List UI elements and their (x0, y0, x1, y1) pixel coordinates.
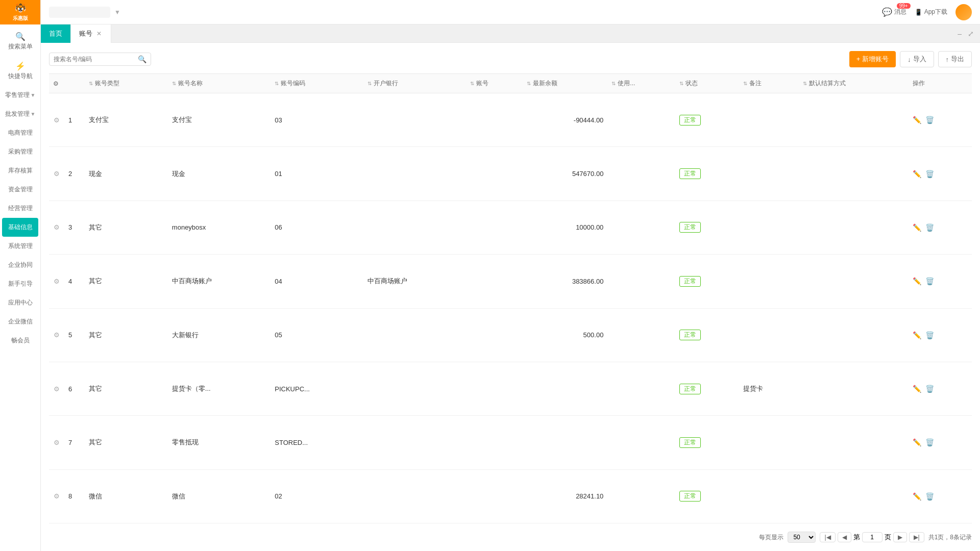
row-balance: 28241.10 (523, 469, 607, 523)
row-status: 正常 (675, 362, 739, 415)
edit-icon[interactable]: ✏️ (913, 331, 921, 339)
export-button[interactable]: ↑ 导出 (938, 51, 972, 67)
col-num (64, 74, 85, 93)
row-settings[interactable]: ⚙ (49, 416, 64, 469)
row-name: 大新银行 (168, 308, 271, 362)
notification-icon: 💬 (882, 7, 892, 17)
per-page-select[interactable]: 50 100 200 (788, 532, 816, 543)
page-input[interactable] (862, 532, 883, 542)
main-area: ▼ 💬 消息 99+ 📱 App下载 首页 账号 ✕ – ⤢ (41, 0, 980, 551)
sidebar-item-wechat[interactable]: 企业微信 (0, 312, 40, 331)
row-balance (523, 416, 607, 469)
sidebar-item-guide[interactable]: 新手引导 (0, 274, 40, 293)
top-search-input[interactable] (49, 7, 110, 18)
col-code[interactable]: ⇅账号编码 (271, 74, 363, 93)
row-settings[interactable]: ⚙ (49, 93, 64, 147)
col-action: 操作 (909, 74, 972, 93)
col-bank[interactable]: ⇅开户银行 (363, 74, 466, 93)
row-default-settle (799, 362, 908, 415)
phone-icon: 📱 (915, 9, 922, 16)
row-account (466, 362, 523, 415)
row-account (466, 93, 523, 147)
row-settings[interactable]: ⚙ (49, 147, 64, 201)
sidebar-item-guide-label: 新手引导 (8, 280, 33, 288)
sidebar-item-retail[interactable]: 零售管理 ▼ (0, 86, 40, 105)
sidebar-item-operations[interactable]: 经营管理 (0, 199, 40, 218)
export-icon: ↑ (946, 56, 949, 63)
edit-icon[interactable]: ✏️ (913, 438, 921, 446)
edit-icon[interactable]: ✏️ (913, 223, 921, 232)
row-default-settle (799, 416, 908, 469)
row-remark (739, 93, 799, 147)
top-header: ▼ 💬 消息 99+ 📱 App下载 (41, 0, 980, 24)
row-settings[interactable]: ⚙ (49, 255, 64, 308)
col-name[interactable]: ⇅账号名称 (168, 74, 271, 93)
col-type[interactable]: ⇅账号类型 (85, 74, 168, 93)
app-download-button[interactable]: 📱 App下载 (915, 8, 947, 16)
row-type: 支付宝 (85, 93, 168, 147)
row-settings[interactable]: ⚙ (49, 201, 64, 254)
col-default-settle[interactable]: ⇅默认结算方式 (799, 74, 908, 93)
sidebar-item-quicknav[interactable]: ⚡ 快捷导航 (0, 56, 40, 86)
sidebar-item-wholesale[interactable]: 批发管理 ▼ (0, 105, 40, 123)
sidebar-item-purchase[interactable]: 采购管理 (0, 142, 40, 161)
sidebar-item-capital[interactable]: 资金管理 (0, 180, 40, 199)
row-account (466, 255, 523, 308)
sidebar-item-search[interactable]: 🔍 搜索菜单 (0, 27, 40, 56)
row-type: 微信 (85, 469, 168, 523)
sidebar-item-system[interactable]: 系统管理 (0, 237, 40, 256)
add-account-button[interactable]: + 新增账号 (849, 51, 896, 67)
last-page-button[interactable]: ▶| (909, 532, 924, 542)
maximize-icon[interactable]: ⤢ (966, 28, 976, 40)
delete-icon[interactable]: 🗑️ (925, 331, 934, 339)
minimize-icon[interactable]: – (955, 28, 964, 40)
row-actions: ✏️ 🗑️ (909, 469, 972, 523)
import-button[interactable]: ↓ 导入 (900, 51, 934, 67)
row-settings[interactable]: ⚙ (49, 469, 64, 523)
close-tab-icon[interactable]: ✕ (95, 30, 103, 37)
row-settings[interactable]: ⚙ (49, 362, 64, 415)
import-icon: ↓ (908, 56, 911, 63)
col-balance[interactable]: ⇅最新余额 (523, 74, 607, 93)
user-avatar[interactable] (955, 4, 972, 20)
edit-icon[interactable]: ✏️ (913, 385, 921, 393)
delete-icon[interactable]: 🗑️ (925, 438, 934, 446)
row-settings[interactable]: ⚙ (49, 308, 64, 362)
search-input[interactable] (54, 56, 136, 63)
col-account[interactable]: ⇅账号 (466, 74, 523, 93)
delete-icon[interactable]: 🗑️ (925, 170, 934, 178)
col-remark[interactable]: ⇅备注 (739, 74, 799, 93)
delete-icon[interactable]: 🗑️ (925, 223, 934, 232)
sidebar-item-capital-label: 资金管理 (8, 185, 33, 194)
row-actions: ✏️ 🗑️ (909, 308, 972, 362)
delete-icon[interactable]: 🗑️ (925, 385, 934, 393)
row-account (466, 147, 523, 201)
sidebar-item-ecommerce[interactable]: 电商管理 (0, 123, 40, 142)
delete-icon[interactable]: 🗑️ (925, 116, 934, 124)
edit-icon[interactable]: ✏️ (913, 277, 921, 285)
col-status[interactable]: ⇅状态 (675, 74, 739, 93)
sidebar-item-appcenter[interactable]: 应用中心 (0, 293, 40, 312)
prev-page-button[interactable]: ◀ (838, 532, 851, 542)
row-balance: 500.00 (523, 308, 607, 362)
tab-home[interactable]: 首页 (41, 24, 71, 43)
sidebar-item-basic-info[interactable]: 基础信息 (2, 218, 38, 237)
row-actions: ✏️ 🗑️ (909, 93, 972, 147)
row-default-settle (799, 255, 908, 308)
search-box[interactable]: 🔍 (49, 53, 151, 66)
delete-icon[interactable]: 🗑️ (925, 492, 934, 500)
tab-account[interactable]: 账号 ✕ (71, 24, 111, 43)
notification-button[interactable]: 💬 消息 99+ (882, 7, 906, 17)
sidebar-item-collab[interactable]: 企业协同 (0, 256, 40, 274)
sidebar-item-member[interactable]: 畅会员 (0, 331, 40, 350)
edit-icon[interactable]: ✏️ (913, 170, 921, 178)
edit-icon[interactable]: ✏️ (913, 116, 921, 124)
delete-icon[interactable]: 🗑️ (925, 277, 934, 285)
sidebar-item-inventory[interactable]: 库存核算 (0, 161, 40, 180)
col-usage[interactable]: ⇅使用... (607, 74, 675, 93)
next-page-button[interactable]: ▶ (893, 532, 907, 542)
first-page-button[interactable]: |◀ (820, 532, 835, 542)
edit-icon[interactable]: ✏️ (913, 492, 921, 500)
row-remark (739, 255, 799, 308)
col-settings[interactable]: ⚙ (49, 74, 64, 93)
